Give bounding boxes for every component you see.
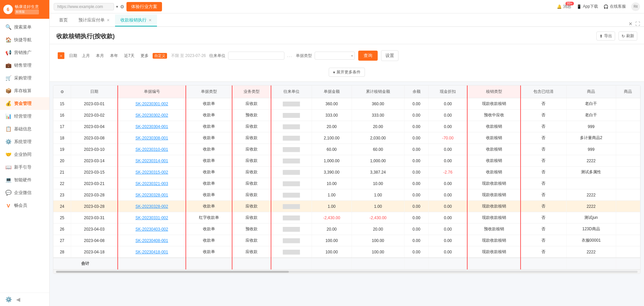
prev-month-btn[interactable]: 上月 bbox=[80, 52, 92, 59]
col-settled-header: 包含已结清 bbox=[521, 85, 567, 98]
cell-counterpart: ██████ bbox=[271, 155, 312, 167]
cell-biztype: 应收款 bbox=[232, 167, 271, 178]
cell-docno: SK-20230418-001 bbox=[118, 246, 186, 258]
refresh-button[interactable]: ↻ 刷新 bbox=[619, 32, 637, 41]
doc-no-link[interactable]: SK-20230408-001 bbox=[136, 238, 168, 243]
industry-solution-button[interactable]: 体验行业方案 bbox=[126, 2, 162, 11]
sidebar-item-member[interactable]: V 畅会员 bbox=[0, 199, 49, 212]
settings-footer-icon[interactable]: ⚙️ bbox=[5, 296, 12, 303]
sidebar-item-wechat[interactable]: 💬 企业微信 bbox=[0, 186, 49, 199]
cell-docno: SK-20230310-001 bbox=[118, 144, 186, 155]
doc-no-link[interactable]: SK-20230301-002 bbox=[136, 102, 168, 106]
col-counterpart-header: 往来单位 bbox=[271, 85, 312, 98]
export-button[interactable]: ⬆ 导出 bbox=[596, 32, 615, 41]
more-date-btn[interactable]: 更多 bbox=[139, 52, 151, 59]
sidebar-item-finance[interactable]: 💰 资金管理 bbox=[0, 97, 49, 110]
tab-collection-close[interactable]: ✕ bbox=[149, 18, 152, 22]
query-button[interactable]: 查询 bbox=[358, 51, 378, 61]
cell-counterpart: ██████ bbox=[271, 189, 312, 201]
data-table: ⚙ 日期 单据编号 单据类型 业务类型 往来单位 单据金额 累计核销金额 余额 … bbox=[53, 85, 640, 269]
doc-no-link[interactable]: SK-20230302-002 bbox=[136, 113, 168, 118]
doc-no-link[interactable]: SK-20230328-001 bbox=[136, 193, 168, 197]
table-row: 22 2023-03-21 SK-20230321-003 收款单 应收款 ██… bbox=[53, 178, 640, 189]
doc-no-link[interactable]: SK-20230418-001 bbox=[136, 250, 168, 254]
cell-cashdisc: -2.76 bbox=[429, 167, 468, 178]
online-service-button[interactable]: 🎧 在线客服 bbox=[603, 4, 626, 9]
doctype-select[interactable]: 收款单 红字收款单 bbox=[315, 52, 355, 60]
table-header-row: ⚙ 日期 单据编号 单据类型 业务类型 往来单位 单据金额 累计核销金额 余额 … bbox=[53, 85, 640, 98]
doc-no-link[interactable]: SK-20230310-001 bbox=[136, 147, 168, 152]
tab-home[interactable]: 首页 bbox=[54, 14, 73, 26]
cell-cashdisc: 0.00 bbox=[429, 212, 468, 224]
collapse-icon[interactable]: ◀ bbox=[16, 296, 20, 303]
cell-cumulative: 1.00 bbox=[352, 189, 404, 201]
expand-arrow-icon[interactable]: » bbox=[58, 52, 64, 59]
topbar-dropdown-icon[interactable]: ▾ bbox=[116, 4, 118, 9]
scrollbar-thumb[interactable] bbox=[56, 271, 289, 273]
filter-more-dots[interactable]: ... bbox=[287, 53, 292, 58]
this-year-btn[interactable]: 本年 bbox=[108, 52, 120, 59]
cell-no: 28 bbox=[53, 246, 71, 258]
cell-amount: 10.00 bbox=[312, 178, 352, 189]
tab-receivable-close[interactable]: ✕ bbox=[107, 18, 110, 22]
sidebar-item-marketing[interactable]: 📢 营销推广 bbox=[0, 46, 49, 59]
cell-cashdisc: 0.00 bbox=[429, 110, 468, 121]
cell-settled: 否 bbox=[521, 144, 567, 155]
topbar-gear-icon[interactable]: ⚙ bbox=[120, 4, 124, 9]
sidebar-item-purchase[interactable]: 🛒 采购管理 bbox=[0, 72, 49, 84]
doc-no-link[interactable]: SK-20230315-002 bbox=[136, 170, 168, 175]
sidebar-item-system[interactable]: ⚙️ 系统管理 bbox=[0, 135, 49, 148]
cell-settled: 否 bbox=[521, 235, 567, 246]
col-goods-header: 商品 bbox=[567, 85, 616, 98]
cell-biztype: 应收款 bbox=[232, 201, 271, 212]
url-input[interactable] bbox=[54, 3, 114, 10]
doc-no-link[interactable]: SK-20230308-001 bbox=[136, 136, 168, 140]
doc-no-link[interactable]: SK-20230321-003 bbox=[136, 181, 168, 186]
cell-cashdisc: 0.00 bbox=[429, 189, 468, 201]
cell-date: 2023-03-10 bbox=[71, 144, 118, 155]
cell-counterpart: ██████ bbox=[271, 98, 312, 110]
notifications-button[interactable]: 🔔 消息 99+ bbox=[557, 4, 571, 9]
doc-no-link[interactable]: SK-20230328-002 bbox=[136, 204, 168, 209]
maximize-tab-button[interactable]: ⛶ bbox=[635, 21, 640, 26]
sidebar-item-info[interactable]: 📋 基础信息 bbox=[0, 123, 49, 135]
sales-icon: 💼 bbox=[5, 62, 11, 68]
doc-no-link[interactable]: SK-20230403-002 bbox=[136, 227, 168, 232]
cell-goods: 2222 bbox=[567, 189, 616, 201]
doc-no-link[interactable]: SK-20230331-002 bbox=[136, 216, 168, 220]
sidebar-item-management[interactable]: 📊 经营管理 bbox=[0, 110, 49, 123]
cell-no: 26 bbox=[53, 224, 71, 235]
settings-button[interactable]: 设置 bbox=[381, 50, 398, 61]
sidebar-item-corp[interactable]: 🤝 企业协同 bbox=[0, 148, 49, 161]
table-row: 23 2023-03-28 SK-20230328-001 收款单 应收款 ██… bbox=[53, 189, 640, 201]
doc-no-link[interactable]: SK-20230304-001 bbox=[136, 124, 168, 129]
recent7-btn[interactable]: 近7天 bbox=[122, 52, 137, 59]
counterpart-input[interactable] bbox=[228, 52, 284, 60]
sidebar-item-sales[interactable]: 💼 销售管理 bbox=[0, 59, 49, 72]
cell-amount: 1.00 bbox=[312, 189, 352, 201]
custom-date-btn[interactable]: 自定义 bbox=[153, 53, 167, 59]
expand-more-conditions-button[interactable]: ▾ 展开更多条件 bbox=[329, 68, 365, 77]
sidebar-item-search[interactable]: 🔍 搜索菜单 bbox=[0, 21, 49, 34]
close-tab-button[interactable]: ✕ bbox=[629, 21, 633, 26]
sidebar-item-quicknav[interactable]: 🏠 快捷导航 bbox=[0, 34, 49, 46]
cell-amount: 1.00 bbox=[312, 201, 352, 212]
tab-collection[interactable]: 收款核销执行 ✕ bbox=[115, 14, 157, 26]
tab-receivable[interactable]: 预计应应付单 ✕ bbox=[73, 14, 115, 26]
horizontal-scrollbar[interactable] bbox=[53, 269, 640, 273]
cell-canceltype: 现款收款核销 bbox=[467, 98, 521, 110]
cell-goods bbox=[567, 178, 616, 189]
user-avatar[interactable]: Rit bbox=[631, 2, 640, 11]
sidebar-item-guide[interactable]: 📖 新手引导 bbox=[0, 161, 49, 174]
cell-cumulative: 100.00 bbox=[352, 246, 404, 258]
cell-goods: 衣服00001 bbox=[567, 235, 616, 246]
doc-no-link[interactable]: SK-20230314-001 bbox=[136, 159, 168, 163]
cell-canceltype: 现款收款核销 bbox=[467, 235, 521, 246]
sidebar-item-device[interactable]: 💻 智能硬件 bbox=[0, 174, 49, 186]
cell-doctype: 收款单 bbox=[186, 201, 232, 212]
sidebar-item-inventory[interactable]: 📦 库存核算 bbox=[0, 84, 49, 97]
app-download-button[interactable]: 📱 App下载 bbox=[577, 4, 598, 9]
filter-doctype-section: 单据类型 收款单 红字收款单 bbox=[296, 52, 355, 60]
col-settings-header[interactable]: ⚙ bbox=[53, 85, 71, 98]
this-month-btn[interactable]: 本月 bbox=[94, 52, 106, 59]
